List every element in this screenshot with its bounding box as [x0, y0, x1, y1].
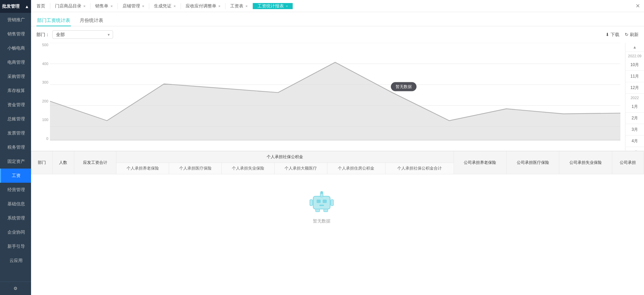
y-label-200: 200: [36, 99, 48, 103]
data-table: 部门 人数 应发工资合计 个人承担社保公积金 公司承担养老保险 公司承担医疗保险…: [31, 151, 644, 238]
th-count: 人数: [53, 151, 74, 174]
tab-label-工资表: 工资表: [230, 3, 243, 9]
sidebar-item-固定资产[interactable]: 固定资产: [0, 154, 31, 169]
tab-label-生成凭证: 生成凭证: [154, 3, 171, 9]
svg-rect-15: [331, 200, 333, 206]
date-item-5[interactable]: 5月: [625, 147, 644, 151]
sidebar-item-税务管理[interactable]: 税务管理: [0, 140, 31, 154]
tab-应收应付调整单[interactable]: 应收应付调整单×: [181, 3, 225, 9]
tab-工资表[interactable]: 工资表×: [225, 3, 252, 9]
sidebar-title: 批发管理: [2, 3, 20, 9]
date-item-11[interactable]: 11月: [625, 71, 644, 82]
date-item-4[interactable]: 4月: [625, 136, 644, 147]
chart-svg: [50, 43, 620, 147]
date-panel-up[interactable]: ▲: [625, 43, 644, 52]
tab-close-门店商品目录[interactable]: ×: [83, 4, 85, 8]
empty-state: 暂无数据: [31, 174, 612, 238]
y-label-300: 300: [36, 80, 48, 84]
sidebar-item-企业协同[interactable]: 企业协同: [0, 225, 31, 239]
refresh-label: 刷新: [630, 32, 639, 38]
th-company-other: 公司承担: [612, 151, 644, 174]
date-item-3[interactable]: 3月: [625, 124, 644, 136]
tab-首页[interactable]: 首页: [31, 3, 50, 9]
subtab-部门工资统计表[interactable]: 部门工资统计表: [36, 16, 71, 26]
th-personal-total: 个人承担社保公积金合计: [385, 163, 454, 174]
tabs-container: 首页门店商品目录×销售单×店铺管理×生成凭证×应收应付调整单×工资表×工资统计报…: [31, 3, 632, 9]
svg-rect-9: [317, 200, 321, 203]
tab-close-店铺管理[interactable]: ×: [142, 4, 144, 8]
th-company-unemp: 公司承担失业保险: [559, 151, 612, 174]
sidebar-header[interactable]: 批发管理 ▲: [0, 0, 31, 13]
sidebar-item-经营管理[interactable]: 经营管理: [0, 183, 31, 197]
sidebar-footer-settings[interactable]: ⚙: [0, 282, 31, 295]
th-personal-pension: 个人承担养老保险: [116, 163, 169, 174]
download-button[interactable]: ⬇ 下载: [606, 32, 619, 38]
y-label-500: 500: [36, 43, 48, 47]
svg-rect-10: [323, 200, 327, 203]
date-year-2022-label: 2022.09: [625, 52, 644, 59]
svg-rect-8: [313, 196, 330, 209]
sidebar: 批发管理 ▲ 营销推广销售管理小畅电商电商管理采购管理库存核算资金管理总账管理发…: [0, 0, 31, 295]
download-icon: ⬇: [606, 32, 609, 37]
sidebar-item-小畅电商[interactable]: 小畅电商: [0, 41, 31, 55]
date-panel: ▲ 2022.09 10月 11月 12月 2022 1月 2月 3月 4月 5…: [625, 43, 644, 151]
empty-icon: [308, 188, 335, 215]
sidebar-item-云应用[interactable]: 云应用: [0, 254, 31, 268]
top-tabs: 首页门店商品目录×销售单×店铺管理×生成凭证×应收应付调整单×工资表×工资统计报…: [31, 0, 644, 12]
th-total-wage: 应发工资合计: [74, 151, 116, 174]
th-company-pension: 公司承担养老保险: [454, 151, 506, 174]
sidebar-item-库存核算[interactable]: 库存核算: [0, 84, 31, 98]
tab-close-工资统计报表[interactable]: ×: [286, 4, 288, 8]
sidebar-item-资金管理[interactable]: 资金管理: [0, 98, 31, 112]
y-label-400: 400: [36, 62, 48, 66]
tab-工资统计报表[interactable]: 工资统计报表×: [253, 3, 293, 9]
sidebar-item-系统管理[interactable]: 系统管理: [0, 211, 31, 225]
date-item-10[interactable]: 10月: [625, 59, 644, 71]
dept-select[interactable]: 全部: [52, 30, 113, 39]
sidebar-item-总账管理[interactable]: 总账管理: [0, 112, 31, 126]
date-item-1[interactable]: 1月: [625, 101, 644, 113]
sidebar-item-基础信息[interactable]: 基础信息: [0, 197, 31, 211]
close-all-tabs[interactable]: ✕: [632, 0, 644, 12]
sidebar-item-工资[interactable]: 工资: [0, 169, 31, 183]
y-label-0: 0: [36, 137, 48, 141]
tab-close-工资表[interactable]: ×: [245, 4, 247, 8]
chart-section: 0 100 200 300 400 500: [31, 43, 644, 151]
sidebar-item-采购管理[interactable]: 采购管理: [0, 69, 31, 84]
th-personal-medical: 个人承担医疗保险: [169, 163, 222, 174]
th-dept: 部门: [31, 151, 53, 174]
sub-tabs: 部门工资统计表月份统计表: [31, 12, 644, 26]
toolbar-left: 部门： 全部: [36, 30, 113, 39]
sidebar-collapse-icon: ▲: [25, 4, 29, 9]
sidebar-item-新手引导[interactable]: 新手引导: [0, 239, 31, 254]
tab-close-生成凭证[interactable]: ×: [173, 4, 176, 8]
th-personal-housing: 个人承担住房公积金: [327, 163, 385, 174]
table-wrapper[interactable]: 部门 人数 应发工资合计 个人承担社保公积金 公司承担养老保险 公司承担医疗保险…: [31, 151, 644, 295]
tab-label-销售单: 销售单: [95, 3, 108, 9]
tab-label-首页: 首页: [36, 3, 45, 9]
date-item-2[interactable]: 2月: [625, 113, 644, 124]
tab-close-销售单[interactable]: ×: [110, 4, 112, 8]
sidebar-item-电商管理[interactable]: 电商管理: [0, 55, 31, 69]
refresh-button[interactable]: ↻ 刷新: [625, 32, 639, 38]
tab-close-应收应付调整单[interactable]: ×: [218, 4, 220, 8]
tab-销售单[interactable]: 销售单×: [90, 3, 117, 9]
toolbar: 部门： 全部 ⬇ 下载 ↻ 刷新: [31, 26, 644, 43]
tab-门店商品目录[interactable]: 门店商品目录×: [50, 3, 90, 9]
svg-rect-17: [324, 209, 328, 212]
tab-生成凭证[interactable]: 生成凭证×: [149, 3, 181, 9]
th-personal-unemp: 个人承担失业保险: [222, 163, 274, 174]
sidebar-item-营销推广[interactable]: 营销推广: [0, 13, 31, 27]
tab-店铺管理[interactable]: 店铺管理×: [118, 3, 149, 9]
tab-label-工资统计报表: 工资统计报表: [258, 3, 284, 9]
tab-label-应收应付调整单: 应收应付调整单: [186, 3, 216, 9]
sidebar-item-销售管理[interactable]: 销售管理: [0, 27, 31, 41]
date-item-12[interactable]: 12月: [625, 82, 644, 94]
download-label: 下载: [611, 32, 619, 38]
th-company-medical: 公司承担医疗保险: [506, 151, 559, 174]
sidebar-item-发票管理[interactable]: 发票管理: [0, 126, 31, 140]
date-year-2022: 2022: [625, 94, 644, 101]
svg-point-13: [320, 191, 323, 194]
th-personal-group: 个人承担社保公积金: [116, 151, 454, 163]
subtab-月份统计表[interactable]: 月份统计表: [79, 16, 104, 26]
